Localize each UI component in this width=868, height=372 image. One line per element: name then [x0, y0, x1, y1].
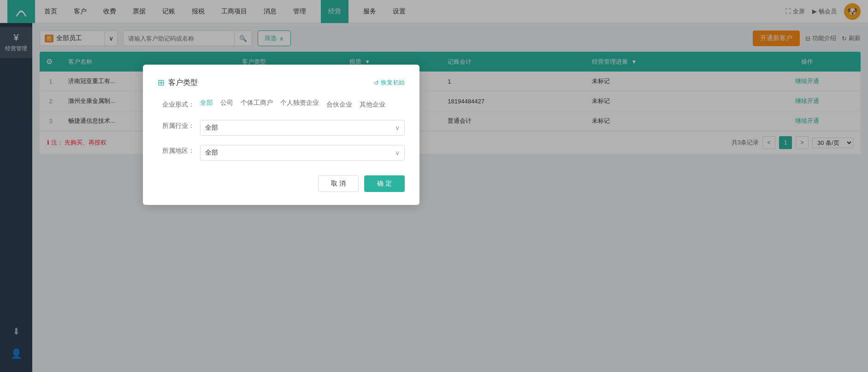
enterprise-option[interactable]: 公司: [220, 99, 233, 107]
enterprise-option[interactable]: 合伙企业: [326, 101, 352, 109]
industry-chevron-icon: ∨: [395, 124, 400, 132]
enterprise-form-row: 企业形式： 全部公司个体工商户个人独资企业合伙企业其他企业: [158, 99, 405, 111]
enterprise-options: 全部公司个体工商户个人独资企业合伙企业其他企业: [200, 99, 405, 111]
modal-title: ⊞ 客户类型: [158, 78, 198, 88]
enterprise-option[interactable]: 个体工商户: [241, 99, 273, 107]
region-select-wrap: 全部 ∨: [200, 145, 405, 161]
modal-footer: 取 消 确 定: [158, 175, 405, 192]
enterprise-option[interactable]: 全部: [200, 99, 213, 107]
industry-form-label: 所属行业：: [158, 120, 195, 130]
modal-reset-button[interactable]: ↺ 恢复初始: [374, 78, 405, 87]
modal-title-text: 客户类型: [168, 78, 198, 88]
reset-icon: ↺: [374, 79, 379, 86]
cancel-button[interactable]: 取 消: [318, 175, 359, 192]
confirm-button[interactable]: 确 定: [364, 175, 405, 192]
type-options: 全部公司个体工商户个人独资企业合伙企业其他企业: [200, 99, 405, 111]
region-form-label: 所属地区：: [158, 145, 195, 155]
enterprise-form-label: 企业形式：: [158, 99, 195, 109]
industry-select-wrap: 全部 ∨: [200, 120, 405, 136]
region-form-row: 所属地区： 全部 ∨: [158, 145, 405, 161]
industry-form-row: 所属行业： 全部 ∨: [158, 120, 405, 136]
modal-customer-type: ⊞ 客户类型 ↺ 恢复初始 企业形式： 全部公司个体工商户个人独资企业合伙企业其…: [143, 65, 419, 205]
reset-label: 恢复初始: [381, 78, 405, 87]
modal-header: ⊞ 客户类型 ↺ 恢复初始: [158, 78, 405, 88]
enterprise-option[interactable]: 其他企业: [360, 101, 385, 109]
industry-select[interactable]: 全部 ∨: [200, 120, 405, 136]
region-chevron-icon: ∨: [395, 149, 400, 156]
region-select[interactable]: 全部 ∨: [200, 145, 405, 161]
enterprise-option[interactable]: 个人独资企业: [280, 99, 319, 107]
modal-title-icon: ⊞: [158, 78, 165, 88]
modal-overlay: ⊞ 客户类型 ↺ 恢复初始 企业形式： 全部公司个体工商户个人独资企业合伙企业其…: [0, 0, 868, 372]
